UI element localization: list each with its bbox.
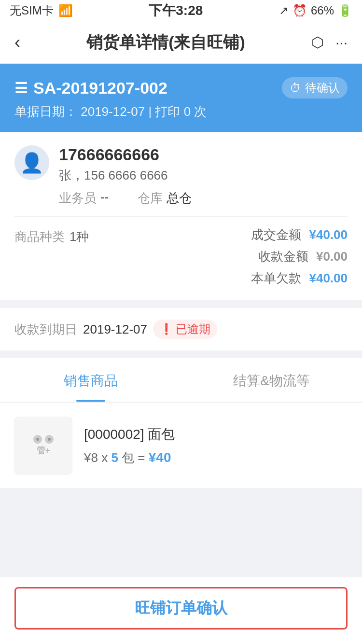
multiply-sign: x (101, 450, 111, 465)
battery-icon: 🔋 (338, 4, 352, 17)
received-amount-row: 收款金额 ¥0.00 (251, 248, 348, 265)
salesman-item: 业务员 -- (59, 190, 109, 207)
salesman-value: -- (100, 190, 109, 207)
customer-info: 17666666666 张，156 6666 6666 业务员 -- 仓库 总仓 (59, 145, 348, 207)
amount-section: 商品种类 1种 成交金额 ¥40.00 收款金额 ¥0.00 本单欠款 ¥40.… (14, 226, 348, 287)
confirm-btn-container: 旺铺订单确认 (0, 577, 362, 644)
order-icon: ☰ (14, 80, 28, 97)
owl-eye-right (45, 435, 54, 444)
customer-row: 👤 17666666666 张，156 6666 6666 业务员 -- 仓库 … (14, 145, 348, 207)
received-amount-label: 收款金额 (258, 248, 308, 265)
avatar-icon: 👤 (20, 152, 44, 174)
owl-text: 管+ (37, 445, 51, 456)
order-number: ☰ SA-20191207-002 (14, 79, 167, 98)
product-types: 商品种类 1种 (14, 226, 89, 245)
page-title: 销货单详情(来自旺铺) (86, 31, 245, 54)
tab-products[interactable]: 销售商品 (0, 358, 181, 402)
owl-eyes (33, 435, 54, 444)
nav-actions: ⬡ ··· (311, 34, 348, 51)
status-left: 无SIM卡 📶 (10, 3, 73, 18)
owl-eye-left (33, 435, 42, 444)
print-count: 0 (184, 104, 191, 119)
product-info: [0000002] 面包 ¥8 x 5 包 = ¥40 (84, 425, 348, 466)
product-logo: 管+ (33, 435, 54, 456)
price-base: ¥8 (84, 450, 98, 465)
product-name: [0000002] 面包 (84, 425, 348, 444)
status-bar: 无SIM卡 📶 下午3:28 ↗ ⏰ 66% 🔋 (0, 0, 362, 21)
warehouse-value: 总仓 (167, 190, 192, 207)
carrier-text: 无SIM卡 (10, 3, 54, 18)
product-type-label: 商品种类 (14, 228, 65, 245)
product-title: 面包 (148, 427, 175, 442)
price-total: ¥40 (149, 450, 171, 465)
divider-1 (14, 216, 348, 217)
status-time: 下午3:28 (149, 1, 203, 20)
nav-bar: ‹ 销货单详情(来自旺铺) ⬡ ··· (0, 21, 362, 64)
deal-amount-value: ¥40.00 (309, 227, 348, 242)
back-button[interactable]: ‹ (14, 32, 20, 53)
quantity-unit: 包 (122, 450, 134, 465)
salesman-label: 业务员 (59, 190, 97, 207)
tabs-container: 销售商品 结算&物流等 (0, 358, 362, 402)
equal-sign: = (138, 450, 148, 465)
customer-phone: 17666666666 (59, 145, 348, 164)
more-icon[interactable]: ··· (335, 34, 348, 51)
product-type-value: 1种 (70, 228, 89, 245)
overdue-icon: ❗ (160, 323, 173, 336)
overdue-badge: ❗ 已逾期 (153, 320, 217, 339)
product-card: 管+ [0000002] 面包 ¥8 x 5 包 = ¥40 (0, 403, 362, 488)
status-right: ↗ ⏰ 66% 🔋 (279, 4, 352, 17)
arrears-value: ¥40.00 (309, 271, 348, 286)
due-date-label: 收款到期日 (14, 321, 77, 338)
tab-products-label: 销售商品 (64, 373, 118, 388)
print-separator: | 打印 (148, 104, 180, 119)
status-badge: ⏱ 待确认 (282, 77, 348, 98)
warehouse-label: 仓库 (138, 190, 163, 207)
status-clock-icon: ⏱ (290, 81, 301, 95)
confirm-button[interactable]: 旺铺订单确认 (14, 587, 348, 630)
alarm-icon: ⏰ (292, 4, 307, 17)
confirm-button-label: 旺铺订单确认 (135, 598, 227, 619)
share-icon[interactable]: ⬡ (311, 34, 324, 51)
quantity-value: 5 (111, 450, 118, 465)
customer-meta: 业务员 -- 仓库 总仓 (59, 190, 348, 207)
arrears-label: 本单欠款 (251, 270, 301, 287)
received-amount-value: ¥0.00 (316, 249, 348, 264)
due-date-section: 收款到期日 2019-12-07 ❗ 已逾期 (0, 308, 362, 350)
status-text: 待确认 (305, 80, 340, 96)
header-top-row: ☰ SA-20191207-002 ⏱ 待确认 (14, 77, 348, 98)
order-date-value: 2019-12-07 (81, 104, 145, 119)
customer-name: 张，156 6666 6666 (59, 167, 348, 184)
product-thumbnail: 管+ (14, 417, 72, 475)
order-date-line: 单据日期： 2019-12-07 | 打印 0 次 (14, 103, 348, 120)
print-unit: 次 (194, 104, 207, 119)
warehouse-item: 仓库 总仓 (138, 190, 192, 207)
tab-settlement[interactable]: 结算&物流等 (181, 358, 362, 402)
product-code: [0000002] (84, 427, 144, 442)
deal-amount-row: 成交金额 ¥40.00 (251, 226, 348, 243)
due-date-value: 2019-12-07 (83, 322, 147, 337)
tab-settlement-label: 结算&物流等 (233, 373, 310, 388)
order-number-text: SA-20191207-002 (33, 79, 167, 98)
wifi-icon: 📶 (58, 4, 73, 17)
amount-list: 成交金额 ¥40.00 收款金额 ¥0.00 本单欠款 ¥40.00 (251, 226, 348, 287)
battery-text: 66% (311, 4, 334, 17)
overdue-text: 已逾期 (176, 322, 210, 337)
product-price: ¥8 x 5 包 = ¥40 (84, 449, 348, 466)
order-header-card: ☰ SA-20191207-002 ⏱ 待确认 单据日期： 2019-12-07… (0, 64, 362, 132)
arrears-row: 本单欠款 ¥40.00 (251, 270, 348, 287)
avatar: 👤 (14, 145, 49, 180)
customer-card: 👤 17666666666 张，156 6666 6666 业务员 -- 仓库 … (0, 132, 362, 300)
order-date-label: 单据日期： (14, 104, 77, 119)
deal-amount-label: 成交金额 (251, 226, 301, 243)
location-icon: ↗ (279, 4, 289, 17)
